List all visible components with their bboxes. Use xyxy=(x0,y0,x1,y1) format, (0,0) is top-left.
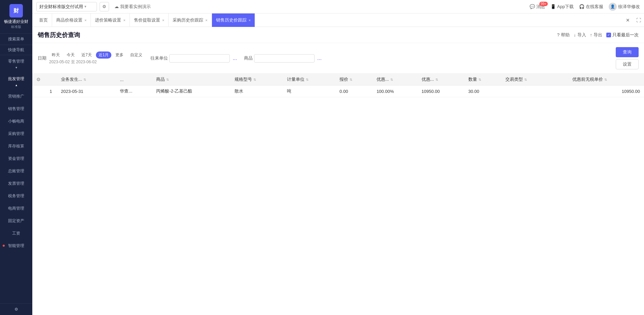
online-service-label: 在线客服 xyxy=(586,4,603,10)
sidebar-item-smart[interactable]: 智能管理 xyxy=(0,240,32,252)
date-btn-custom[interactable]: 自定义 xyxy=(128,51,145,59)
th-biz-date[interactable]: 业务发生... ⇅ xyxy=(57,74,116,85)
tab-purchase-history[interactable]: 采购历史价跟踪 × xyxy=(169,13,212,27)
row-unit-value: 吨 xyxy=(287,89,291,94)
date-btn-last1m[interactable]: 近1月 xyxy=(96,51,112,59)
date-btn-more[interactable]: 更多 xyxy=(113,51,126,59)
app-download-button[interactable]: 📱 App下载 xyxy=(550,4,574,10)
tabbar: 首页 商品价格设置 × 进价策略设置 × 售价提取设置 × 采购历史价跟踪 × … xyxy=(32,13,644,27)
sidebar-item-label: 采购管理 xyxy=(8,131,24,137)
th-spec[interactable]: 规格型号 ⇅ xyxy=(230,74,283,85)
sidebar-item-ecommerce-small[interactable]: 小畅电商 xyxy=(0,115,32,128)
date-btn-today[interactable]: 今天 xyxy=(64,51,77,59)
tab-price-settings[interactable]: 商品价格设置 × xyxy=(52,13,91,27)
help-button[interactable]: ? 帮助 xyxy=(557,32,570,38)
window-close-button[interactable]: ✕ xyxy=(622,13,633,27)
query-button[interactable]: 查询 xyxy=(616,47,639,57)
tab-purchase-strategy[interactable]: 进价策略设置 × xyxy=(91,13,130,27)
row-price-value: 0.00 xyxy=(339,89,348,94)
only-last-checkbox[interactable]: ✓ xyxy=(606,33,611,37)
th-trade-type[interactable]: 交易类型 ⇅ xyxy=(501,74,554,85)
version-selector[interactable]: 好业财标准版交付试用 ▾ xyxy=(36,2,97,11)
sidebar-item-label: 智能管理 xyxy=(8,243,24,249)
th-qty[interactable]: 数量 ⇅ xyxy=(464,74,501,85)
page-title: 销售历史价查询 xyxy=(38,31,80,39)
sidebar-search[interactable]: 搜索菜单 xyxy=(0,34,32,45)
sidebar-item-inventory[interactable]: 库存核算 xyxy=(0,140,32,152)
sidebar-item-sales[interactable]: 销售管理 xyxy=(0,103,32,115)
date-btn-yesterday[interactable]: 昨天 xyxy=(49,51,63,59)
window-maximize-button[interactable]: ⛶ xyxy=(633,13,644,27)
sort-icon-price: ⇅ xyxy=(350,78,352,81)
sidebar-item-assets[interactable]: 固定资产 xyxy=(0,215,32,227)
tab-sales-history-close[interactable]: × xyxy=(249,18,251,22)
date-range-text: 2023-05-02 至 2023-06-02 xyxy=(49,59,145,65)
th-discount1[interactable]: 优惠... ⇅ xyxy=(372,74,418,85)
date-btn-last7[interactable]: 近7天 xyxy=(79,51,95,59)
row-spec: 散水 xyxy=(230,85,283,97)
th-unit-label: 计量单位 xyxy=(287,76,305,82)
row-discount1-value: 100.00% xyxy=(377,89,394,94)
product-dots-button[interactable]: ... xyxy=(316,55,323,61)
row-qty-value: 30.00 xyxy=(468,89,479,94)
product-filter-label: 商品 xyxy=(244,55,253,61)
row-discount1: 100.00% xyxy=(372,85,418,97)
sidebar-settings-button[interactable]: ⚙ xyxy=(0,303,32,315)
sidebar-item-retail[interactable]: 零售管理 ▾ xyxy=(0,55,32,73)
sidebar-item-salary[interactable]: 工资 xyxy=(0,227,32,240)
th-spec-label: 规格型号 xyxy=(235,76,252,82)
tab-home[interactable]: 首页 xyxy=(35,13,52,27)
sidebar-item-purchase[interactable]: 采购管理 xyxy=(0,128,32,140)
import-button[interactable]: ↓ 导入 xyxy=(574,32,586,38)
row-gear-cell xyxy=(32,85,45,97)
tab-price-settings-close[interactable]: × xyxy=(84,18,86,22)
demo-label: 我要看实例演示 xyxy=(120,4,151,10)
messages-button[interactable]: 💬 消息 99+ xyxy=(530,4,545,10)
sidebar-item-ledger[interactable]: 总账管理 xyxy=(0,165,32,177)
sidebar-item-wholesale[interactable]: 批发管理 ▴ xyxy=(0,73,32,90)
tab-price-extract-close[interactable]: × xyxy=(162,18,164,22)
demo-button[interactable]: ☁ 我要看实例演示 xyxy=(114,4,151,10)
only-last-checkbox-label[interactable]: ✓ 只看最后一次 xyxy=(606,32,639,38)
settings-gear-button[interactable]: ⚙ xyxy=(100,2,109,11)
sidebar-item-ecommerce[interactable]: 电商管理 xyxy=(0,202,32,215)
row-product-value: 丙烯酸-2-乙基己酯 xyxy=(156,89,192,94)
table-gear-icon[interactable]: ⚙ xyxy=(36,77,41,82)
source-unit-dots-button[interactable]: ... xyxy=(231,55,238,61)
sidebar-item-tax[interactable]: 税务管理 xyxy=(0,190,32,202)
th-product[interactable]: 商品 ⇅ xyxy=(152,74,230,85)
online-service-button[interactable]: 🎧 在线客服 xyxy=(579,4,603,10)
th-product-label: 商品 xyxy=(156,76,165,82)
tab-price-extract[interactable]: 售价提取设置 × xyxy=(130,13,169,27)
tab-sales-history[interactable]: 销售历史价跟踪 × xyxy=(212,13,255,27)
table-row: 1 2023-05-31 华查... 丙烯酸-2-乙基己酯 散水 xyxy=(32,85,644,97)
export-button[interactable]: ↑ 导出 xyxy=(590,32,603,38)
product-input[interactable] xyxy=(254,54,315,63)
tab-purchase-strategy-close[interactable]: × xyxy=(123,18,125,22)
message-icon: 💬 xyxy=(530,4,535,9)
th-num xyxy=(45,74,57,85)
date-filter-group: 日期 昨天 今天 近7天 近1月 更多 自定义 2023-05-02 至 202… xyxy=(38,51,145,65)
sidebar-item-marketing[interactable]: 营销推广 xyxy=(0,90,32,103)
th-pretax-price[interactable]: 优惠前无税单价 ⇅ xyxy=(568,74,644,85)
sidebar-item-label: 营销推广 xyxy=(8,94,24,99)
cloud-icon: ☁ xyxy=(114,4,119,9)
sidebar-item-invoice[interactable]: 发票管理 xyxy=(0,177,32,190)
th-discount2[interactable]: 优惠... ⇅ xyxy=(418,74,464,85)
tab-purchase-history-close[interactable]: × xyxy=(205,18,207,22)
filter-action-buttons: 查询 设置 xyxy=(616,47,639,69)
user-icon: 👤 xyxy=(610,4,615,9)
row-more: 华查... xyxy=(116,85,152,97)
sort-icon-product: ⇅ xyxy=(166,78,169,81)
sidebar-logo: 财 畅捷通好业财 标准版 xyxy=(0,0,32,34)
source-unit-input[interactable] xyxy=(169,54,230,63)
user-menu-button[interactable]: 👤 徐泽华修改 xyxy=(609,3,640,11)
filter-settings-button[interactable]: 设置 xyxy=(616,59,639,69)
sidebar-quick-nav[interactable]: 快捷导航 xyxy=(0,45,32,55)
th-price[interactable]: 报价 ⇅ xyxy=(335,74,372,85)
sidebar-item-finance[interactable]: 资金管理 xyxy=(0,152,32,165)
th-more[interactable]: ... xyxy=(116,74,152,85)
sidebar-item-label: 资金管理 xyxy=(8,156,24,162)
th-unit[interactable]: 计量单位 ⇅ xyxy=(283,74,335,85)
avatar: 👤 xyxy=(609,3,617,11)
